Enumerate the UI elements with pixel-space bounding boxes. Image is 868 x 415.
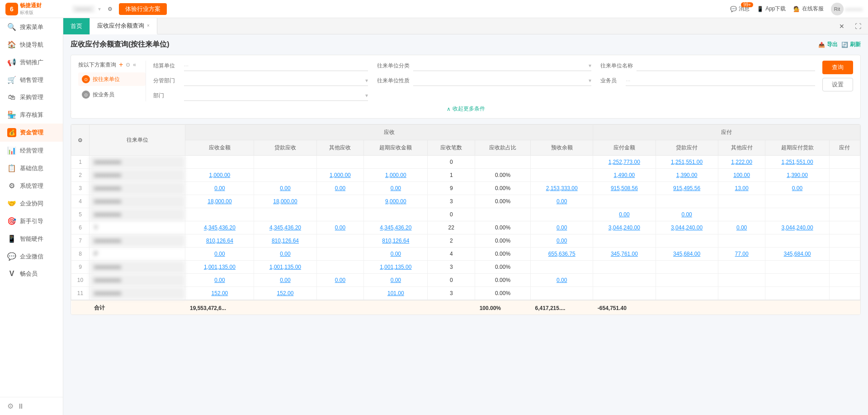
- sidebar-item-inventory[interactable]: 🏪 库存核算: [0, 106, 63, 124]
- user-menu[interactable]: Rit xxxxxxx: [831, 3, 863, 15]
- data-cell[interactable]: 0.00: [656, 208, 718, 221]
- scheme-settings-icon[interactable]: ⊙: [126, 62, 130, 68]
- data-cell[interactable]: 915,495.56: [656, 182, 718, 195]
- maximize-icon[interactable]: ⛶: [852, 20, 864, 33]
- data-cell[interactable]: 1,000.00: [364, 169, 428, 182]
- data-cell[interactable]: 2,153,333.00: [531, 182, 593, 195]
- data-cell[interactable]: [254, 208, 316, 221]
- data-cell[interactable]: 0.00: [254, 274, 316, 287]
- data-cell[interactable]: 0.00: [316, 182, 364, 195]
- manage-dept-select[interactable]: ▾: [184, 76, 368, 86]
- data-cell[interactable]: [718, 287, 765, 301]
- data-cell[interactable]: 0.00: [364, 182, 428, 195]
- data-cell[interactable]: [656, 234, 718, 248]
- data-cell[interactable]: 0.00: [364, 248, 428, 261]
- data-cell[interactable]: 0.00: [531, 221, 593, 234]
- data-cell[interactable]: 810,126.64: [185, 234, 254, 248]
- unit-category-select[interactable]: ▾: [413, 61, 592, 71]
- setting-button[interactable]: 设置: [822, 78, 853, 91]
- data-cell[interactable]: [316, 208, 364, 221]
- data-cell[interactable]: 1,251,551.00: [765, 156, 829, 169]
- query-button[interactable]: 查询: [822, 61, 853, 74]
- industry-button[interactable]: 体验行业方案: [119, 3, 167, 15]
- data-cell[interactable]: 0.00: [765, 182, 829, 195]
- data-cell[interactable]: 1,001,135.00: [185, 261, 254, 274]
- data-cell[interactable]: 3,044,240.00: [765, 221, 829, 234]
- data-cell[interactable]: [531, 156, 593, 169]
- refresh-button[interactable]: 🔄 刷新: [841, 41, 861, 48]
- data-cell[interactable]: [254, 156, 316, 169]
- unit-name-input[interactable]: [637, 61, 815, 71]
- tab-home[interactable]: 首页: [63, 18, 90, 34]
- data-cell[interactable]: 1,390.00: [765, 169, 829, 182]
- data-cell[interactable]: [316, 156, 364, 169]
- data-cell[interactable]: 0.00: [254, 248, 316, 261]
- data-cell[interactable]: 0.00: [364, 274, 428, 287]
- data-cell[interactable]: 0.00: [185, 248, 254, 261]
- nav-item-by-salesperson[interactable]: ⊙ 按业务员: [78, 88, 146, 101]
- sidebar-item-search[interactable]: 🔍 搜索菜单: [0, 18, 63, 36]
- data-cell[interactable]: 655,636.75: [531, 248, 593, 261]
- sidebar-item-marketing[interactable]: 📢 营销推广: [0, 53, 63, 71]
- data-cell[interactable]: [765, 208, 829, 221]
- data-cell[interactable]: 0.00: [185, 274, 254, 287]
- tab-close-icon[interactable]: ×: [147, 23, 150, 28]
- data-cell[interactable]: [364, 208, 428, 221]
- footer-prepaid[interactable]: 6,417,215....: [531, 300, 593, 315]
- data-cell[interactable]: [593, 234, 656, 248]
- online-service-button[interactable]: 💁 在线客服: [793, 5, 824, 13]
- sidebar-item-member[interactable]: V 畅会员: [0, 265, 63, 282]
- data-cell[interactable]: [656, 195, 718, 208]
- data-cell[interactable]: [593, 261, 656, 274]
- data-cell[interactable]: 4,345,436.20: [364, 221, 428, 234]
- data-cell[interactable]: 1,252,773.00: [593, 156, 656, 169]
- settings-icon[interactable]: ⚙: [104, 4, 115, 14]
- data-cell[interactable]: 345,684.00: [656, 248, 718, 261]
- data-cell[interactable]: [364, 156, 428, 169]
- sidebar-item-guide[interactable]: 🎯 新手引导: [0, 212, 63, 230]
- data-cell[interactable]: 1,390.00: [656, 169, 718, 182]
- data-cell[interactable]: 0.00: [316, 221, 364, 234]
- data-cell[interactable]: [718, 208, 765, 221]
- data-cell[interactable]: [765, 234, 829, 248]
- data-cell[interactable]: 1,001,135.00: [364, 261, 428, 274]
- data-cell[interactable]: 0.00: [531, 274, 593, 287]
- message-button[interactable]: 💬 消息 99+: [730, 5, 750, 13]
- sidebar-item-basic-info[interactable]: 📋 基础信息: [0, 159, 63, 177]
- data-cell[interactable]: [316, 287, 364, 301]
- data-cell[interactable]: 9,000.00: [364, 195, 428, 208]
- add-scheme-icon[interactable]: +: [119, 61, 123, 69]
- sidebar-item-purchase[interactable]: 🛍 采购管理: [0, 89, 63, 106]
- settings-bottom-icon[interactable]: ⚙: [7, 402, 14, 410]
- data-cell[interactable]: 13.00: [718, 182, 765, 195]
- data-cell[interactable]: [718, 274, 765, 287]
- data-cell[interactable]: 345,684.00: [765, 248, 829, 261]
- data-cell[interactable]: [185, 208, 254, 221]
- app-download-button[interactable]: 📱 App下载: [757, 5, 786, 13]
- sidebar-item-quicknav[interactable]: 🏠 快捷导航: [0, 36, 63, 53]
- data-cell[interactable]: 345,761.00: [593, 248, 656, 261]
- data-cell[interactable]: 0.00: [316, 274, 364, 287]
- data-cell[interactable]: 1,001,135.00: [254, 261, 316, 274]
- data-cell[interactable]: [316, 234, 364, 248]
- chevron-down-icon[interactable]: ▾: [98, 6, 101, 12]
- data-cell[interactable]: 101.00: [364, 287, 428, 301]
- data-cell[interactable]: 1,251,551.00: [656, 156, 718, 169]
- data-cell[interactable]: [718, 234, 765, 248]
- nav-item-by-unit[interactable]: ⊙ 按往来单位: [78, 72, 146, 86]
- data-cell[interactable]: [316, 261, 364, 274]
- data-cell[interactable]: [531, 261, 593, 274]
- close-window-icon[interactable]: ✕: [835, 20, 848, 33]
- pause-icon[interactable]: ⏸: [17, 402, 24, 410]
- data-cell[interactable]: [593, 274, 656, 287]
- sidebar-item-system[interactable]: ⚙ 系统管理: [0, 177, 63, 195]
- data-cell[interactable]: 77.00: [718, 248, 765, 261]
- data-cell[interactable]: [531, 208, 593, 221]
- data-cell[interactable]: 810,126.64: [254, 234, 316, 248]
- data-cell[interactable]: [656, 261, 718, 274]
- sidebar-item-finance[interactable]: 💰 资金管理: [0, 124, 63, 142]
- data-cell[interactable]: [656, 274, 718, 287]
- dept-select[interactable]: ▾: [184, 91, 368, 101]
- data-cell[interactable]: [593, 195, 656, 208]
- scheme-collapse-icon[interactable]: «: [133, 62, 136, 68]
